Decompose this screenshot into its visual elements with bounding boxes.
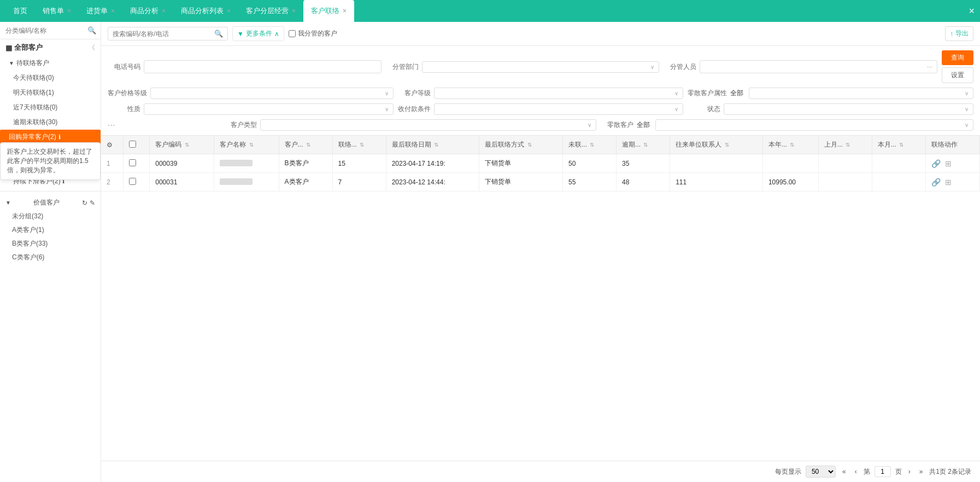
nav-sales-close[interactable]: × [67, 7, 71, 15]
filter-btn[interactable]: ▼ 更多条件 ∧ [232, 26, 284, 41]
next-page-btn[interactable]: › [906, 467, 913, 477]
retail-attr-arrow: ∨ [965, 90, 969, 96]
gender-label: 性质 [108, 104, 140, 114]
nav-product-list-close[interactable]: × [227, 7, 231, 15]
settings-button[interactable]: 设置 [942, 67, 973, 83]
nav-product-analysis[interactable]: 商品分析 × [122, 0, 173, 22]
gender-select[interactable]: ∨ [144, 103, 394, 115]
status-select[interactable]: ∨ [724, 103, 973, 115]
th-this-year[interactable]: 本年... ⇅ [762, 136, 818, 154]
nav-purchase-close[interactable]: × [111, 7, 115, 15]
phone-input[interactable] [144, 60, 382, 73]
qr-icon-1[interactable]: ⊞ [945, 159, 952, 168]
table-row: 1 000039 B类客户 15 2023-04-17 14:19: [101, 154, 980, 173]
nav-customer-contact[interactable]: 客户联络 × [303, 0, 354, 22]
sidebar-tomorrow-contact[interactable]: 明天待联络(1) [0, 85, 101, 100]
dept-label: 分管部门 [386, 62, 419, 72]
filter-payment: 收付款条件 ∨ [398, 103, 684, 115]
qr-icon-2[interactable]: ⊞ [945, 178, 952, 187]
retail-customer-select[interactable]: ∨ [655, 119, 973, 131]
sidebar-search-icon[interactable]: 🔍 [87, 26, 96, 34]
manager-label: 分管人员 [664, 62, 696, 72]
row-check-2[interactable] [129, 178, 136, 185]
filter-phone: 电话号码 [108, 60, 382, 73]
nav-purchase[interactable]: 进货单 × [79, 0, 122, 22]
prev-page-btn[interactable]: ‹ [853, 467, 859, 477]
th-overdue[interactable]: 逾期... ⇅ [617, 136, 670, 154]
more-dots[interactable]: ··· [108, 120, 115, 130]
edit-icon[interactable]: ✎ [90, 199, 95, 207]
sort-year-icon: ⇅ [790, 142, 794, 148]
last-method-link-1[interactable]: 下销货单 [485, 159, 511, 167]
nav-customer-contact-close[interactable]: × [343, 7, 347, 15]
th-type[interactable]: 客户... ⇅ [279, 136, 332, 154]
row-month-2 [872, 173, 925, 191]
top-nav: 首页 销售单 × 进货单 × 商品分析 × 商品分析列表 × 客户分层经营 × … [0, 0, 980, 22]
sort-lmonth-icon: ⇅ [846, 142, 850, 148]
link-icon-2[interactable]: 🔗 [931, 178, 941, 187]
th-this-month[interactable]: 本月... ⇅ [872, 136, 925, 154]
manager-dots[interactable]: ··· [927, 63, 932, 71]
th-unreached[interactable]: 未联... ⇅ [563, 136, 617, 154]
export-btn[interactable]: ↑ 导出 [945, 26, 973, 41]
query-button[interactable]: 查询 [942, 50, 973, 65]
pending-contact-title[interactable]: ▼ 待联络客户 [0, 56, 101, 71]
nav-product-close[interactable]: × [162, 7, 166, 15]
sort-date-icon: ⇅ [434, 142, 438, 148]
nav-customer-layer-close[interactable]: × [292, 7, 296, 15]
filter-customer-level: 客户等级 ∨ [398, 88, 684, 99]
retail-attr-select[interactable]: ∨ [749, 88, 973, 99]
nav-customer-layer[interactable]: 客户分层经营 × [238, 0, 303, 22]
manager-select[interactable]: ··· [700, 60, 937, 73]
table-settings-icon[interactable]: ⚙ [107, 141, 113, 149]
sidebar-search-input[interactable] [5, 27, 87, 34]
th-last-month[interactable]: 上月... ⇅ [818, 136, 872, 154]
value-customers-title[interactable]: ▼ 价值客户 ↻ ✎ [5, 196, 95, 210]
row-contact-count-2: 7 [332, 173, 386, 191]
per-page-select[interactable]: 50 100 200 [806, 466, 836, 478]
first-page-btn[interactable]: « [840, 467, 848, 477]
payment-select[interactable]: ∨ [434, 103, 684, 115]
refresh-icon[interactable]: ↻ [82, 199, 87, 207]
customers-table: ⚙ 客户编码 ⇅ 客户名称 ⇅ [101, 136, 980, 191]
customer-type-select[interactable]: ∨ [260, 119, 597, 131]
last-method-link-2[interactable]: 下销货单 [485, 178, 511, 185]
th-contact-count[interactable]: 联络... ⇅ [332, 136, 386, 154]
select-all-checkbox[interactable] [129, 141, 136, 148]
last-page-btn[interactable]: » [917, 467, 925, 477]
search-icon[interactable]: 🔍 [214, 30, 223, 38]
th-last-date[interactable]: 最后联络日期 ⇅ [386, 136, 479, 154]
my-customers-checkbox[interactable] [289, 30, 296, 37]
sidebar-overdue-contact[interactable]: 逾期未联络(30) [0, 115, 101, 130]
th-code[interactable]: 客户编码 ⇅ [150, 136, 214, 154]
price-level-arrow: ∨ [385, 90, 389, 96]
sidebar-collapse-btn[interactable]: 《 [89, 43, 95, 53]
link-icon-1[interactable]: 🔗 [931, 159, 941, 168]
customer-level-select[interactable]: ∨ [434, 88, 684, 99]
sidebar-unclassified[interactable]: 未分组(32) [5, 210, 95, 223]
sidebar-today-contact[interactable]: 今天待联络(0) [0, 71, 101, 85]
nav-sales[interactable]: 销售单 × [35, 0, 79, 22]
dept-select[interactable]: ∨ [422, 61, 660, 73]
row-overdue-1: 35 [617, 154, 670, 173]
row-check-1[interactable] [129, 159, 136, 166]
sort-unreached-icon: ⇅ [590, 142, 594, 148]
price-level-select[interactable]: ∨ [150, 88, 394, 99]
sidebar-class-a[interactable]: A类客户(1) [5, 223, 95, 237]
sidebar-7days-contact[interactable]: 近7天待联络(0) [0, 100, 101, 115]
search-input[interactable] [113, 30, 214, 38]
page-input[interactable] [875, 466, 891, 477]
my-customers-checkbox-group: 我分管的客户 [289, 29, 337, 38]
nav-product-list[interactable]: 商品分析列表 × [173, 0, 238, 22]
th-contacts[interactable]: 往来单位联系人 ⇅ [670, 136, 763, 154]
filter-retail-customer: 零散客户 全部 ∨ [601, 119, 973, 131]
row-num-2: 2 [101, 173, 123, 191]
sidebar-class-c[interactable]: C类客户(6) [5, 251, 95, 264]
nav-home[interactable]: 首页 [5, 0, 35, 22]
window-close-icon[interactable]: × [969, 5, 975, 17]
action-icons-2: 🔗 ⊞ [931, 178, 974, 187]
sidebar-class-b[interactable]: B类客户(33) [5, 237, 95, 251]
th-settings[interactable]: ⚙ [101, 136, 123, 154]
th-last-method[interactable]: 最后联络方式 ⇅ [479, 136, 563, 154]
th-name[interactable]: 客户名称 ⇅ [214, 136, 279, 154]
